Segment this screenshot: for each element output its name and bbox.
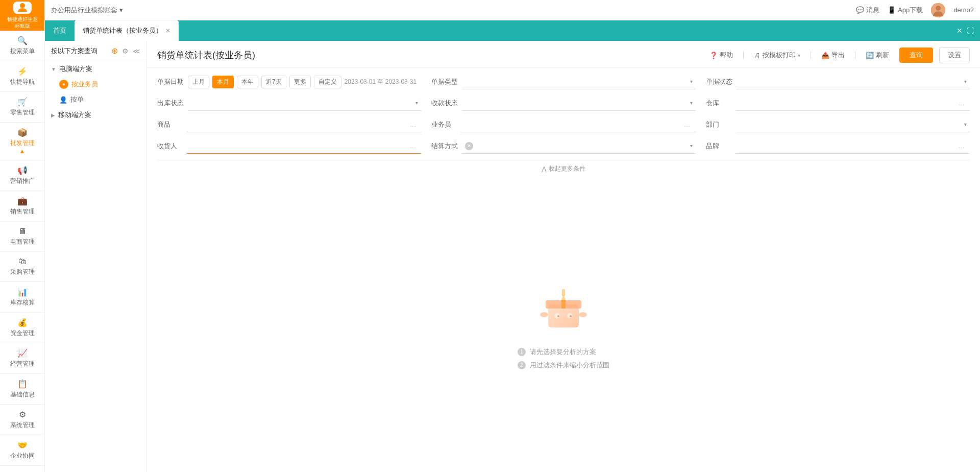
sidebar: 畅捷通好生意 标账版 🔍 搜索菜单 ⚡ 快捷导航 🛒 零售管理 📦 批发管理 ▲…: [0, 0, 45, 472]
date-btn-last-month[interactable]: 上月: [188, 76, 209, 88]
help-icon: ❓: [709, 52, 718, 59]
left-panel-icons: ⊕ ⚙ ≪: [111, 46, 140, 56]
settlement-clear-button[interactable]: ✕: [465, 142, 473, 150]
product-select[interactable]: …: [187, 117, 421, 132]
message-button[interactable]: 💬 消息: [856, 6, 879, 15]
download-icon: 📱: [888, 6, 896, 14]
sidebar-item-operation[interactable]: 📈 经营管理: [0, 343, 44, 374]
quick-nav-icon: ⚡: [17, 66, 28, 76]
date-btn-this-year[interactable]: 本年: [237, 76, 258, 88]
consignee-dots-icon: …: [407, 142, 418, 150]
tree-item-by-order-label: 按单: [70, 95, 84, 104]
department-select[interactable]: ▾: [736, 117, 970, 132]
topbar-left: 办公用品行业模拟账套 ▾: [51, 6, 123, 15]
collapse-filters-button[interactable]: ⋀ 收起更多条件: [157, 160, 970, 177]
app-logo: 畅捷通好生意 标账版: [0, 0, 44, 31]
sidebar-item-finance[interactable]: 💰 资金管理: [0, 313, 44, 343]
warehouse-select[interactable]: …: [736, 96, 970, 111]
salesperson-dots-icon: …: [682, 121, 693, 128]
filter-group-date: 单据日期 上月 本月 本年 近7天 更多 自定义 2023-03-01 至 20…: [157, 76, 421, 88]
filter-area: 单据日期 上月 本月 本年 近7天 更多 自定义 2023-03-01 至 20…: [147, 68, 980, 183]
username-label: demo2: [953, 6, 974, 14]
settings-button[interactable]: 设置: [939, 47, 970, 63]
tree-mobile-label: 移动端方案: [58, 110, 91, 120]
tree-expand-icon-mobile: ▶: [51, 112, 55, 118]
window-maximize-button[interactable]: ⛶: [967, 27, 974, 35]
date-btn-custom[interactable]: 自定义: [314, 76, 341, 88]
salesperson-select[interactable]: …: [461, 117, 695, 132]
out-status-arrow-icon: ▾: [415, 100, 418, 106]
sidebar-item-sales[interactable]: 💼 销售管理: [0, 191, 44, 222]
warehouse-dots-icon: …: [956, 99, 967, 107]
receipt-status-select[interactable]: ▾: [462, 96, 695, 111]
help-button[interactable]: ❓ 帮助: [705, 49, 737, 62]
sidebar-item-basic[interactable]: 📋 基础信息: [0, 374, 44, 405]
consignee-select[interactable]: …: [187, 138, 421, 154]
sidebar-item-marketing[interactable]: 📢 营销推广: [0, 160, 44, 191]
query-button[interactable]: 查询: [899, 48, 933, 63]
sidebar-item-purchase[interactable]: 🛍 采购管理: [0, 252, 44, 282]
main-area: 办公用品行业模拟账套 ▾ 💬 消息 📱 App下载 demo2 首页 销货单统计…: [45, 0, 980, 472]
sidebar-item-newbie[interactable]: 🎓 新手引导: [0, 466, 44, 472]
sidebar-item-search[interactable]: 🔍 搜索菜单: [0, 31, 44, 61]
tabbar: 首页 销货单统计表（按业务员） ✕ ✕ ⛶: [45, 20, 980, 41]
tree-item-by-salesperson[interactable]: ● 按业务员: [45, 77, 146, 92]
doc-status-arrow-icon: ▾: [964, 79, 967, 84]
sidebar-item-system[interactable]: ⚙ 系统管理: [0, 405, 44, 435]
purchase-icon: 🛍: [18, 257, 27, 266]
date-btn-this-month[interactable]: 本月: [212, 76, 234, 88]
settings-scheme-button[interactable]: ⚙: [122, 47, 129, 55]
out-status-select[interactable]: ▾: [188, 96, 421, 111]
template-print-button[interactable]: 🖨 按模板打印 ▾: [750, 49, 804, 62]
window-close-button[interactable]: ✕: [957, 27, 963, 35]
inventory-icon: 📊: [17, 287, 28, 297]
consignee-label: 收货人: [157, 141, 183, 151]
refresh-button[interactable]: 🔄 刷新: [862, 49, 893, 62]
filter-group-consignee: 收货人 …: [157, 138, 421, 154]
app-name-label: 畅捷通好生意 标账版: [7, 16, 38, 29]
department-label: 部门: [706, 120, 731, 129]
app-download-button[interactable]: 📱 App下载: [888, 6, 923, 15]
ecommerce-icon: 🖥: [18, 227, 27, 236]
tab-sales-stats[interactable]: 销货单统计表（按业务员） ✕: [75, 20, 179, 41]
filter-group-warehouse: 仓库 …: [706, 96, 970, 111]
settlement-select[interactable]: ✕ ▾: [462, 138, 695, 154]
date-btn-more[interactable]: 更多: [289, 76, 311, 88]
divider-3: [855, 51, 855, 59]
filter-group-brand: 品牌 …: [706, 138, 970, 154]
user-avatar[interactable]: [931, 3, 945, 17]
doc-type-select[interactable]: ▾: [462, 74, 695, 89]
filter-row-3: 商品 … 业务员 … 部门: [157, 117, 970, 132]
right-panel: 销货单统计表(按业务员) ❓ 帮助 🖨 按模板打印 ▾ 📤: [147, 41, 980, 472]
export-icon: 📤: [821, 52, 829, 59]
date-btn-7days[interactable]: 近7天: [261, 76, 286, 88]
sidebar-item-retail[interactable]: 🛒 零售管理: [0, 92, 44, 123]
filter-group-doc-status: 单据状态 ▾: [706, 74, 970, 89]
hint-num-1: 1: [518, 348, 526, 356]
content-area: 按以下方案查询 ⊕ ⚙ ≪ ▼ 电脑端方案 ● 按业务员 👤 按单: [45, 41, 980, 472]
collapse-panel-button[interactable]: ≪: [133, 47, 140, 55]
hint-item-1: 1 请先选择要分析的方案: [518, 345, 609, 359]
tab-home[interactable]: 首页: [45, 20, 75, 41]
sidebar-item-ecommerce[interactable]: 🖥 电商管理: [0, 222, 44, 252]
sales-icon: 💼: [17, 196, 28, 206]
sidebar-item-wholesale[interactable]: 📦 批发管理 ▲: [0, 123, 44, 160]
account-selector[interactable]: 办公用品行业模拟账套 ▾: [51, 6, 123, 15]
brand-select[interactable]: …: [736, 138, 970, 154]
tree-desktop-parent[interactable]: ▼ 电脑端方案: [45, 61, 146, 77]
filter-group-settlement: 结算方式 ✕ ▾: [431, 138, 695, 154]
tree-desktop-label: 电脑端方案: [59, 64, 92, 74]
sidebar-item-quick-nav[interactable]: ⚡ 快捷导航: [0, 61, 44, 92]
add-scheme-button[interactable]: ⊕: [111, 46, 118, 56]
sidebar-item-inventory[interactable]: 📊 库存核算: [0, 282, 44, 313]
wholesale-icon: 📦: [17, 128, 28, 137]
filter-group-doc-type: 单据类型 ▾: [431, 74, 695, 89]
empty-state: 1 请先选择要分析的方案 2 用过滤条件来缩小分析范围: [147, 183, 980, 472]
tree-mobile-parent[interactable]: ▶ 移动端方案: [45, 107, 146, 123]
tree-item-by-order[interactable]: 👤 按单: [45, 92, 146, 107]
export-button[interactable]: 📤 导出: [817, 49, 849, 62]
divider-1: [743, 51, 744, 59]
tab-close-button[interactable]: ✕: [165, 27, 170, 34]
sidebar-item-enterprise[interactable]: 🤝 企业协同: [0, 435, 44, 466]
doc-status-select[interactable]: ▾: [737, 74, 970, 89]
